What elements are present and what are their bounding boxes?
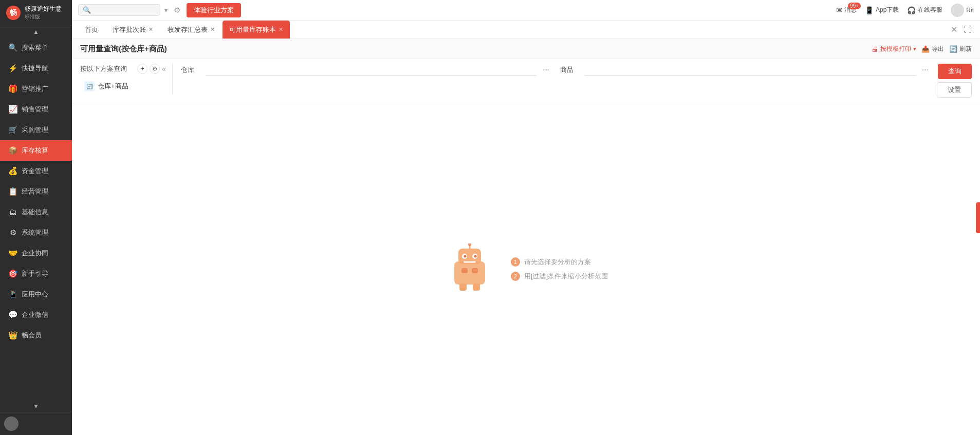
manage-scheme-button[interactable]: ⚙ [150,64,160,74]
tab-available-ledger-close[interactable]: ✕ [279,27,283,32]
sidebar-item-label: 新手引导 [22,269,48,278]
sidebar-item-wechat[interactable]: 💬 企业微信 [0,305,72,325]
tab-available-ledger-label: 可用量库存账本 [229,25,276,34]
sidebar-item-finance[interactable]: 💰 资金管理 [0,161,72,181]
message-button[interactable]: ✉ 消息 99+ [836,6,857,15]
sidebar-item-enterprise[interactable]: 🤝 企业协同 [0,243,72,263]
svg-rect-8 [473,283,480,291]
topbar-gear-icon[interactable]: ⚙ [174,6,180,15]
sidebar-item-inventory[interactable]: 📦 库存核算 [0,140,72,161]
brand-header: 畅 畅康通好生意 标准版 [0,0,72,26]
warehouse-more-button[interactable]: ··· [541,65,551,74]
filter-row: 仓库 ··· 商品 ··· [181,64,931,76]
trial-industry-button[interactable]: 体验行业方案 [187,3,241,17]
query-button[interactable]: 查询 [938,64,972,79]
sidebar-avatar [4,417,19,431]
topbar-search-box[interactable]: 🔍 [78,4,160,16]
right-scroll-hint[interactable] [976,202,980,233]
tab-home[interactable]: 首页 [78,21,105,39]
refresh-label: 刷新 [959,45,972,53]
sidebar-item-label: 经营管理 [22,187,48,196]
product-more-button[interactable]: ··· [920,65,931,74]
export-button[interactable]: 📤 导出 [921,45,944,53]
user-menu-button[interactable]: Rit [951,4,974,17]
tab-available-ledger[interactable]: 可用量库存账本 ✕ [223,21,290,39]
sidebar-item-operations[interactable]: 📋 经营管理 [0,181,72,202]
scheme-actions: + ⚙ « [137,64,166,74]
refresh-button[interactable]: 🔄 刷新 [949,45,972,53]
service-icon: 🎧 [907,6,916,14]
refresh-icon: 🔄 [949,45,957,53]
print-template-button[interactable]: 🖨 按模板打印 ▾ [872,45,916,53]
settings-button[interactable]: 设置 [937,82,972,98]
online-service-button[interactable]: 🎧 在线客服 [907,6,942,14]
tabs-bar: 首页 库存批次账 ✕ 收发存汇总表 ✕ 可用量库存账本 ✕ ✕ ⛶ [72,21,980,39]
app-icon: 📱 [865,6,874,14]
sidebar-item-search[interactable]: 🔍 搜索菜单 [0,37,72,58]
sidebar-item-marketing[interactable]: 🎁 营销推广 [0,79,72,99]
search-input[interactable] [93,7,150,14]
svg-rect-7 [459,283,467,291]
sidebar-item-quick-nav[interactable]: ⚡ 快捷导航 [0,58,72,79]
sidebar-item-purchase[interactable]: 🛒 采购管理 [0,120,72,140]
user-avatar [951,4,964,17]
topbar-chevron-icon[interactable]: ▾ [164,7,168,14]
sidebar-item-label: 企业微信 [22,310,48,319]
tab-batch-account[interactable]: 库存批次账 ✕ [106,21,160,39]
add-scheme-button[interactable]: + [137,64,147,74]
sidebar-user-area[interactable] [0,412,72,435]
sidebar-item-member[interactable]: 👑 畅会员 [0,325,72,346]
sidebar-item-label: 营销推广 [22,84,48,93]
product-filter-field: 商品 ··· [560,64,931,76]
tab-receive-summary[interactable]: 收发存汇总表 ✕ [161,21,221,39]
basic-info-icon: 🗂 [8,207,17,216]
svg-point-4 [464,255,466,258]
scheme-label: 按以下方案查询 [80,64,127,73]
tab-batch-account-close[interactable]: ✕ [149,27,153,32]
finance-icon: 💰 [8,166,17,176]
app-download-button[interactable]: 📱 App下载 [865,6,899,14]
tab-receive-summary-close[interactable]: ✕ [210,27,215,32]
sidebar-item-sales[interactable]: 📈 销售管理 [0,99,72,120]
collapse-panel-button[interactable]: « [162,65,166,73]
sidebar-item-newbie[interactable]: 🎯 新手引导 [0,263,72,284]
page-content: 可用量查询(按仓库+商品) 🖨 按模板打印 ▾ 📤 导出 🔄 刷新 [72,39,980,435]
warehouse-input[interactable] [206,64,537,76]
sidebar-item-label: 基础信息 [22,207,48,217]
sidebar-item-label: 资金管理 [22,166,48,176]
sidebar-item-label: 搜索菜单 [22,43,48,52]
enterprise-icon: 🤝 [8,249,17,258]
hint-number-1: 1 [511,257,520,267]
filter-schemes-header: 按以下方案查询 + ⚙ « [80,64,166,74]
scheme-item-warehouse-product[interactable]: 🔄 仓库+商品 [80,78,166,94]
window-controls: ✕ ⛶ [949,25,974,34]
sidebar-item-system[interactable]: ⚙ 系统管理 [0,222,72,243]
export-label: 导出 [932,45,944,53]
operations-icon: 📋 [8,187,17,196]
sidebar-item-basic-info[interactable]: 🗂 基础信息 [0,202,72,222]
tab-home-label: 首页 [85,25,98,34]
sidebar-item-label: 系统管理 [22,228,48,237]
close-tab-button[interactable]: ✕ [949,25,959,34]
sidebar-item-app-center[interactable]: 📱 应用中心 [0,284,72,305]
sidebar-scroll-down[interactable]: ▼ [0,401,72,412]
sidebar-scroll-up[interactable]: ▲ [0,26,72,37]
message-icon: ✉ [836,6,843,15]
search-icon: 🔍 [8,43,17,52]
product-label: 商品 [560,65,581,74]
service-label: 在线客服 [918,6,942,14]
app-label: App下载 [876,6,899,14]
inventory-icon: 📦 [8,146,17,155]
empty-hint-1: 1 请先选择要分析的方案 [511,257,608,267]
marketing-icon: 🎁 [8,84,17,93]
newbie-icon: 🎯 [8,269,17,278]
filter-area: 按以下方案查询 + ⚙ « 🔄 仓库+商品 仓库 [72,59,980,103]
empty-hint-2: 2 用[过滤]条件来缩小分析范围 [511,272,608,281]
svg-point-12 [468,243,471,246]
product-input[interactable] [585,64,916,76]
brand-name: 畅康通好生意 [25,5,62,13]
svg-rect-10 [472,268,478,273]
warehouse-filter-field: 仓库 ··· [181,64,552,76]
scheme-item-icon: 🔄 [84,81,95,91]
maximize-button[interactable]: ⛶ [961,25,974,34]
